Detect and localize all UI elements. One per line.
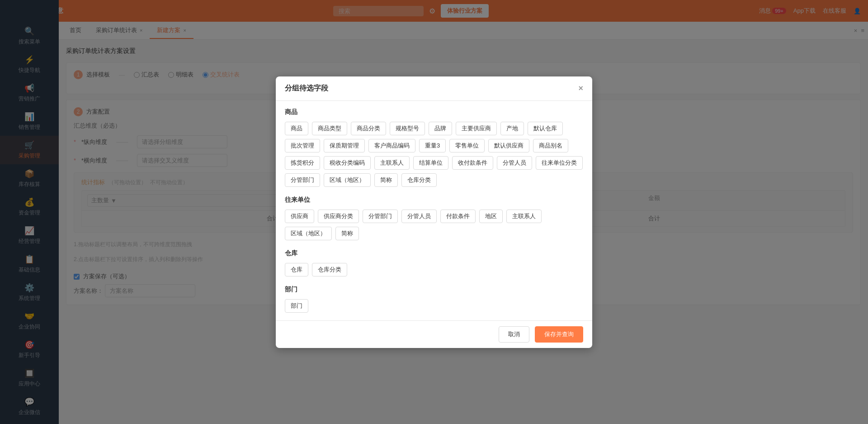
field-tags-contacts: 供应商 供应商分类 分管部门 分管人员 付款条件 地区 主联系人 区域（地区） …: [285, 210, 583, 240]
field-tag[interactable]: 拣货积分: [285, 156, 320, 170]
field-tag[interactable]: 仓库分类: [312, 263, 347, 276]
field-tag[interactable]: 品牌: [429, 122, 452, 135]
field-tags-department: 部门: [285, 299, 583, 313]
field-group-warehouse: 仓库 仓库 仓库分类: [285, 249, 583, 276]
field-tag[interactable]: 区域（地区）: [285, 227, 332, 240]
field-tag[interactable]: 简称: [374, 173, 398, 187]
field-tag[interactable]: 默认仓库: [528, 122, 563, 135]
field-tag[interactable]: 商品分类: [351, 122, 386, 135]
field-tag[interactable]: 分管部门: [363, 210, 398, 223]
dialog: 分组待选字段 × 商品 商品 商品类型 商品分类 规格型号 品牌 主要供应商 产…: [276, 76, 592, 348]
field-tag[interactable]: 商品类型: [312, 122, 347, 135]
field-tag[interactable]: 批次管理: [285, 139, 320, 152]
field-tag[interactable]: 结算单位: [413, 156, 448, 170]
field-tag[interactable]: 零售单位: [449, 139, 485, 152]
field-tag[interactable]: 客户商品编码: [368, 139, 415, 152]
dialog-title: 分组待选字段: [285, 84, 328, 93]
dialog-cancel-button[interactable]: 取消: [499, 326, 529, 343]
field-group-warehouse-title: 仓库: [285, 249, 583, 257]
field-tag[interactable]: 产地: [500, 122, 524, 135]
field-tag[interactable]: 供应商: [285, 210, 314, 223]
field-group-goods-title: 商品: [285, 108, 583, 116]
field-group-contacts: 往来单位 供应商 供应商分类 分管部门 分管人员 付款条件 地区 主联系人 区域…: [285, 196, 583, 240]
field-tag[interactable]: 主联系人: [374, 156, 410, 170]
field-tag[interactable]: 地区: [479, 210, 503, 223]
field-tag[interactable]: 分管人员: [401, 210, 437, 223]
field-tag[interactable]: 规格型号: [390, 122, 425, 135]
field-tag[interactable]: 商品: [285, 122, 308, 135]
field-tag[interactable]: 主联系人: [506, 210, 542, 223]
field-tag[interactable]: 默认供应商: [488, 139, 529, 152]
dialog-close-button[interactable]: ×: [578, 84, 583, 93]
field-tag[interactable]: 往来单位分类: [536, 156, 583, 170]
field-tag[interactable]: 主要供应商: [456, 122, 497, 135]
field-tag[interactable]: 仓库: [285, 263, 308, 276]
field-tag[interactable]: 税收分类编码: [324, 156, 371, 170]
dialog-overlay: 分组待选字段 × 商品 商品 商品类型 商品分类 规格型号 品牌 主要供应商 产…: [0, 0, 868, 424]
dialog-header: 分组待选字段 ×: [276, 76, 592, 101]
field-tag[interactable]: 付款条件: [440, 210, 476, 223]
dialog-body[interactable]: 商品 商品 商品类型 商品分类 规格型号 品牌 主要供应商 产地 默认仓库 批次…: [276, 101, 592, 320]
field-tag[interactable]: 重量3: [419, 139, 446, 152]
field-tag[interactable]: 保质期管理: [324, 139, 365, 152]
field-tag[interactable]: 简称: [335, 227, 359, 240]
field-group-department-title: 部门: [285, 286, 583, 294]
field-tags-warehouse: 仓库 仓库分类: [285, 263, 583, 276]
field-tags-goods: 商品 商品类型 商品分类 规格型号 品牌 主要供应商 产地 默认仓库 批次管理 …: [285, 122, 583, 187]
field-tag[interactable]: 分管人员: [497, 156, 532, 170]
field-tag[interactable]: 收付款条件: [452, 156, 493, 170]
field-group-contacts-title: 往来单位: [285, 196, 583, 204]
field-tag[interactable]: 区域（地区）: [324, 173, 371, 187]
field-tag[interactable]: 商品别名: [533, 139, 568, 152]
field-tag[interactable]: 供应商分类: [318, 210, 359, 223]
dialog-confirm-button[interactable]: 保存并查询: [535, 326, 583, 343]
field-tag[interactable]: 分管部门: [285, 173, 320, 187]
field-group-goods: 商品 商品 商品类型 商品分类 规格型号 品牌 主要供应商 产地 默认仓库 批次…: [285, 108, 583, 187]
dialog-footer: 取消 保存并查询: [276, 320, 592, 348]
field-tag[interactable]: 仓库分类: [401, 173, 437, 187]
field-group-department: 部门 部门: [285, 286, 583, 313]
field-tag[interactable]: 部门: [285, 299, 308, 313]
